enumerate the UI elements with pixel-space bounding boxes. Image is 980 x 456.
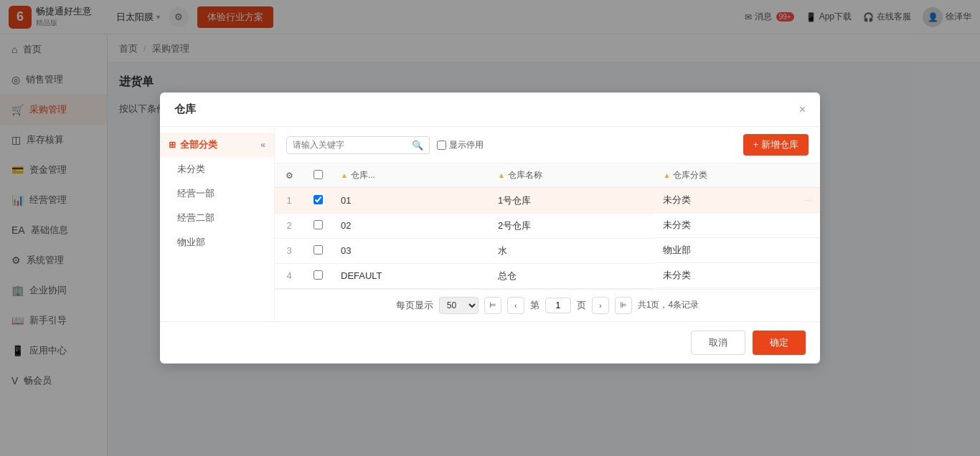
row-category-cell: 物业部 — [654, 238, 820, 263]
row-name-cell: 总仓 — [489, 263, 655, 288]
row-name-cell: 2号仓库 — [489, 213, 655, 238]
search-icon[interactable]: 🔍 — [412, 140, 423, 151]
page-total: 共1页，4条记录 — [638, 299, 699, 311]
row-code-cell: DEFAULT — [332, 263, 489, 288]
row-settings-cell: 1 — [275, 188, 303, 214]
show-disabled-text: 显示停用 — [449, 139, 484, 151]
row-num-value: 3 — [286, 245, 291, 256]
page-number-input[interactable] — [545, 298, 571, 313]
page-suffix: 页 — [577, 299, 586, 312]
row-settings-cell: 3 — [275, 238, 303, 263]
prev-page-btn[interactable]: ‹ — [507, 297, 524, 314]
row-category-cell: 未分类 — [654, 213, 820, 238]
next-page-btn[interactable]: › — [592, 297, 609, 314]
all-categories-label: 全部分类 — [180, 138, 217, 151]
column-settings-icon[interactable]: ⚙ — [286, 171, 293, 181]
row-category-cell: 未分类 ··· — [654, 188, 820, 213]
row-num-value: 4 — [286, 270, 291, 281]
warehouse-dialog: 仓库 × ⊞ 全部分类 « 未分类 经营一部 经营二部 物业部 — [160, 92, 820, 364]
dialog-main: 🔍 显示停用 + 新增仓库 ⚙ — [275, 127, 820, 321]
row-checkbox[interactable] — [314, 220, 323, 229]
dialog-footer: 每页显示 50 10 20 100 ⊨ ‹ 第 页 › ⊫ — [275, 289, 820, 321]
row-settings-cell: 2 — [275, 213, 303, 238]
th-category: ▲ 仓库分类 — [654, 163, 820, 188]
show-disabled-label[interactable]: 显示停用 — [437, 139, 484, 151]
cat-item-dept2[interactable]: 经营二部 — [160, 206, 274, 230]
table-row[interactable]: 3 03 水 物业部 — [275, 238, 820, 263]
row-checkbox-cell[interactable] — [303, 188, 332, 214]
dialog-title: 仓库 — [174, 103, 196, 116]
cat-item-unclassified[interactable]: 未分类 — [160, 157, 274, 181]
row-checkbox[interactable] — [314, 270, 323, 280]
th-name: ▲ 仓库名称 — [489, 163, 655, 188]
dialog-toolbar: 🔍 显示停用 + 新增仓库 — [275, 127, 820, 163]
confirm-button[interactable]: 确定 — [753, 331, 806, 355]
cat-item-dept1[interactable]: 经营一部 — [160, 181, 274, 206]
row-category-cell: 未分类 — [654, 263, 820, 288]
per-page-label: 每页显示 — [396, 299, 433, 312]
page-label: 第 — [530, 299, 540, 312]
row-checkbox-cell[interactable] — [303, 213, 332, 238]
row-code-cell: 03 — [332, 238, 489, 263]
table-row[interactable]: 1 01 1号仓库 未分类 ··· — [275, 188, 820, 214]
row-checkbox-cell[interactable] — [303, 263, 332, 288]
row-name-cell: 水 — [489, 238, 655, 263]
dialog-actions: 取消 确定 — [160, 321, 820, 364]
first-page-btn[interactable]: ⊨ — [484, 297, 501, 314]
sort-icon-category: ▲ — [663, 171, 670, 179]
add-warehouse-button[interactable]: + 新增仓库 — [743, 134, 809, 156]
sort-icon-code: ▲ — [341, 171, 348, 179]
cat-item-property[interactable]: 物业部 — [160, 230, 274, 255]
table-header-row: ⚙ ▲ 仓库... — [275, 163, 820, 188]
show-disabled-checkbox[interactable] — [437, 141, 446, 150]
search-input[interactable] — [293, 140, 409, 150]
per-page-select[interactable]: 50 10 20 100 — [439, 297, 479, 314]
dialog-close-button[interactable]: × — [799, 103, 806, 116]
category-sidebar: ⊞ 全部分类 « 未分类 经营一部 经营二部 物业部 — [160, 127, 275, 321]
dialog-body: ⊞ 全部分类 « 未分类 经营一部 经营二部 物业部 🔍 — [160, 127, 820, 321]
dialog-header: 仓库 × — [160, 92, 820, 127]
last-page-btn[interactable]: ⊫ — [615, 297, 632, 314]
warehouse-table: ⚙ ▲ 仓库... — [275, 163, 820, 289]
all-categories-btn[interactable]: ⊞ 全部分类 « — [160, 133, 274, 157]
row-settings-cell: 4 — [275, 263, 303, 288]
row-code-cell: 02 — [332, 213, 489, 238]
grid-icon: ⊞ — [169, 140, 176, 150]
modal-overlay: 仓库 × ⊞ 全部分类 « 未分类 经营一部 经营二部 物业部 — [0, 0, 980, 456]
th-code: ▲ 仓库... — [332, 163, 489, 188]
row-code-cell: 01 — [332, 188, 489, 214]
table-row[interactable]: 2 02 2号仓库 未分类 — [275, 213, 820, 238]
row-actions[interactable]: ··· — [804, 195, 811, 205]
row-checkbox[interactable] — [314, 245, 323, 255]
row-num-value: 2 — [286, 220, 291, 231]
sort-icon-name: ▲ — [498, 171, 505, 179]
table-row[interactable]: 4 DEFAULT 总仓 未分类 — [275, 263, 820, 288]
cancel-button[interactable]: 取消 — [691, 331, 745, 355]
row-num-value: 1 — [286, 195, 291, 206]
th-settings: ⚙ — [275, 163, 303, 188]
row-checkbox-cell[interactable] — [303, 238, 332, 263]
pagination-row: 每页显示 50 10 20 100 ⊨ ‹ 第 页 › ⊫ — [286, 297, 809, 314]
th-checkbox — [303, 163, 332, 188]
collapse-icon[interactable]: « — [260, 140, 265, 150]
select-all-checkbox[interactable] — [314, 170, 323, 179]
search-input-wrap[interactable]: 🔍 — [286, 136, 430, 154]
row-name-cell: 1号仓库 — [489, 188, 655, 214]
row-checkbox[interactable] — [314, 195, 323, 204]
